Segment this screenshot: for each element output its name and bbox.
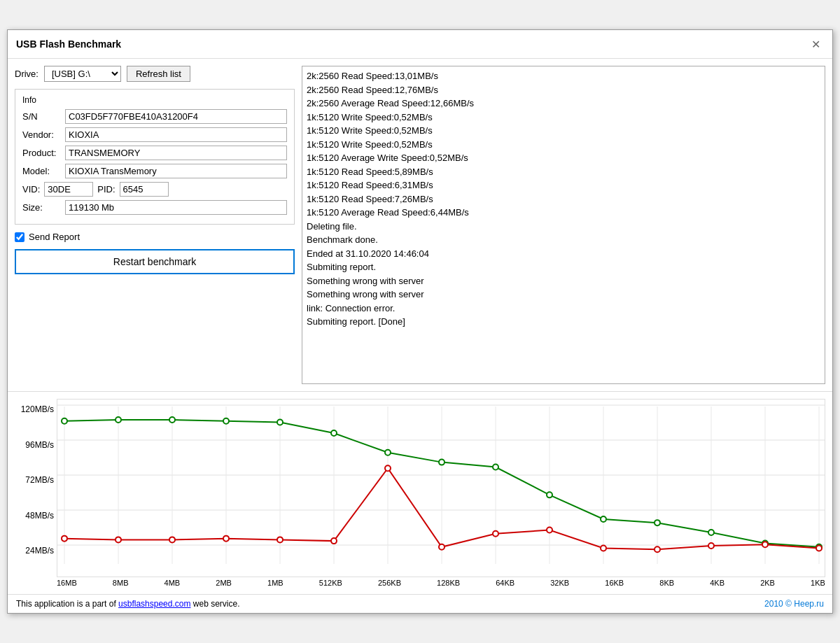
x-label-32kb: 32KB [550,579,569,587]
refresh-list-button[interactable]: Refresh list [127,66,190,82]
data-point [816,546,822,551]
footer-text: This application is a part of usbflashsp… [16,599,240,609]
send-report-row: Send Report [15,232,295,242]
data-point [169,417,175,423]
data-point [223,418,229,424]
vendor-input[interactable] [65,127,287,142]
window-title: USB Flash Benchmark [16,38,121,50]
x-axis-labels: 16MB 8MB 4MB 2MB 1MB 512KB 256KB 128KB 6… [57,577,825,587]
info-title: Info [22,95,287,105]
data-point [62,536,67,542]
drive-select[interactable]: [USB] G:\ [44,66,121,82]
main-window: USB Flash Benchmark ✕ Drive: [USB] G:\ R… [7,29,833,614]
pid-input[interactable] [120,182,169,197]
vid-input[interactable] [44,182,93,197]
data-point [708,530,714,535]
drive-label: Drive: [15,69,38,79]
footer-text-after: web service. [193,599,240,609]
data-point [115,417,121,423]
x-label-4kb: 4KB [710,579,724,587]
y-label-120: 120MB/s [15,404,54,414]
y-label-48: 48MB/s [15,511,54,521]
x-label-2mb: 2MB [216,579,232,587]
model-label: Model: [22,166,61,176]
log-box[interactable]: 2k:2560 Read Speed:13,01MB/s2k:2560 Read… [302,66,825,384]
log-line: 1k:5120 Average Read Speed:6,44MB/s [307,206,820,220]
product-input[interactable] [65,146,287,160]
vendor-row: Vendor: [22,127,287,142]
data-point [223,536,229,542]
sn-input[interactable] [65,109,287,124]
log-line: Deleting file. [307,220,820,234]
log-line: Something wrong with server [307,288,820,302]
y-label-24: 24MB/s [15,546,54,556]
log-line: 1k:5120 Average Write Speed:0,52MB/s [307,151,820,165]
log-line: 2k:2560 Read Speed:13,01MB/s [307,69,820,83]
log-line: 1k:5120 Write Speed:0,52MB/s [307,111,820,125]
data-point [601,516,606,522]
data-point [493,531,498,537]
size-input[interactable] [65,200,287,215]
log-line: link: Connection error. [307,302,820,316]
close-button[interactable]: ✕ [807,36,824,52]
left-panel: Drive: [USB] G:\ Refresh list Info S/N V… [15,66,295,384]
title-bar: USB Flash Benchmark ✕ [8,30,832,59]
y-axis-labels: 120MB/s 96MB/s 72MB/s 48MB/s 24MB/s [15,399,57,587]
vendor-label: Vendor: [22,129,61,140]
footer-link[interactable]: usbflashspeed.com [118,599,190,609]
data-point [277,420,283,425]
main-content: Drive: [USB] G:\ Refresh list Info S/N V… [8,59,832,391]
data-point [385,450,391,455]
log-line: 2k:2560 Average Read Speed:12,66MB/s [307,97,820,111]
footer-text-before: This application is a part of [16,599,118,609]
send-report-label: Send Report [29,232,80,242]
vid-label: VID: [22,184,40,195]
x-label-8kb: 8KB [659,579,674,587]
data-point [115,537,121,542]
log-line: 1k:5120 Write Speed:0,52MB/s [307,124,820,138]
right-panel: 2k:2560 Read Speed:13,01MB/s2k:2560 Read… [302,66,825,384]
data-point [708,543,714,549]
info-section: Info S/N Vendor: Product: Model: [15,89,295,225]
pid-label: PID: [97,184,115,195]
data-point [439,544,444,550]
data-point [654,546,660,552]
log-line: Something wrong with server [307,274,820,288]
log-line: 1k:5120 Read Speed:6,31MB/s [307,178,820,192]
model-input[interactable] [65,164,287,178]
x-label-128kb: 128KB [437,579,460,587]
data-point [331,538,337,544]
x-label-2kb: 2KB [760,579,775,587]
chart-svg [57,399,825,577]
x-label-4mb: 4MB [164,579,181,587]
send-report-checkbox[interactable] [15,232,24,242]
product-row: Product: [22,146,287,160]
log-line: Benchmark done. [307,233,820,247]
data-point [331,430,337,436]
size-label: Size: [22,202,61,213]
chart-section: 120MB/s 96MB/s 72MB/s 48MB/s 24MB/s [8,391,832,594]
vid-pid-row: VID: PID: [22,182,287,197]
log-line: 1k:5120 Read Speed:5,89MB/s [307,165,820,179]
data-point [62,418,67,424]
restart-benchmark-button[interactable]: Restart benchmark [15,249,295,274]
size-row: Size: [22,200,287,215]
data-point [439,460,444,465]
x-label-1mb: 1MB [267,579,284,587]
data-point [601,546,606,551]
x-label-8mb: 8MB [113,579,129,587]
data-point [493,465,498,470]
product-label: Product: [22,148,61,158]
drive-row: Drive: [USB] G:\ Refresh list [15,66,295,82]
log-line: Ended at 31.10.2020 14:46:04 [307,247,820,261]
chart-area: 16MB 8MB 4MB 2MB 1MB 512KB 256KB 128KB 6… [57,399,825,587]
sn-row: S/N [22,109,287,124]
data-point [654,520,660,525]
sn-label: S/N [22,111,61,122]
log-line: 1k:5120 Write Speed:0,52MB/s [307,138,820,152]
footer-right-link[interactable]: 2010 © Heep.ru [764,599,824,609]
x-label-512kb: 512KB [319,579,342,587]
data-point [547,528,552,533]
x-label-16mb: 16MB [57,579,77,587]
footer: This application is a part of usbflashsp… [8,594,832,613]
